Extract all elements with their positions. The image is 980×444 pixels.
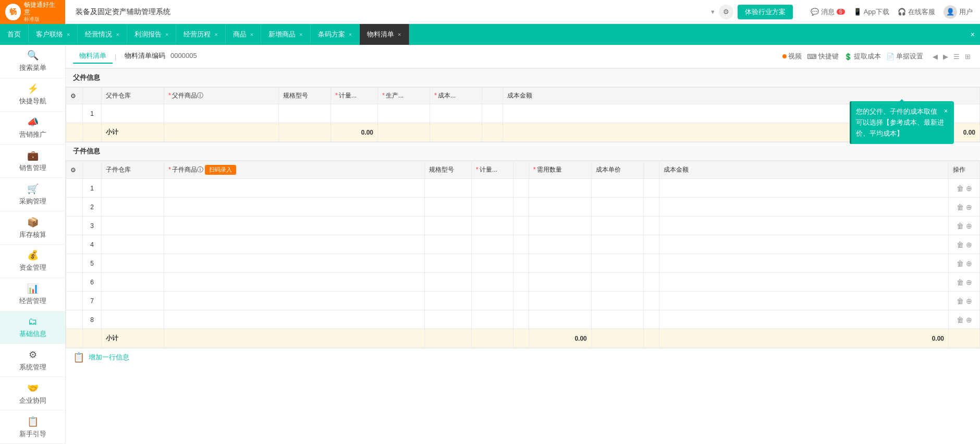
child-col-warehouse: 子件仓库 <box>102 161 164 179</box>
dropdown-arrow[interactable]: ▾ <box>711 8 715 16</box>
sidebar-item-basic-info[interactable]: 🗂 基础信息 <box>0 311 65 344</box>
sidebar-item-search[interactable]: 🔍 搜索菜单 <box>0 45 65 78</box>
user-menu[interactable]: 👤 用户 <box>944 5 973 19</box>
system-title: 装备及固定资产辅助管理系统 <box>76 7 707 17</box>
delete-row-4-button[interactable]: 🗑 <box>957 241 964 249</box>
shortcut-action[interactable]: ⌨ 快捷键 <box>807 52 839 61</box>
app-download-button[interactable]: 📱 App下载 <box>853 7 889 17</box>
delete-row-2-button[interactable]: 🗑 <box>957 203 964 211</box>
tab-customer[interactable]: 客户联络× <box>29 24 78 45</box>
add-row-label[interactable]: 增加一行信息 <box>89 353 129 362</box>
nav-prev[interactable]: ◀ <box>930 52 940 62</box>
expand-view[interactable]: ⊞ <box>963 52 973 62</box>
logo-icon: 畅 <box>5 4 21 20</box>
child-table-row: 5 🗑⊕ <box>66 254 980 273</box>
grid-view[interactable]: ☰ <box>951 52 962 62</box>
bottom-bar: 📋 增加一行信息 <box>66 348 980 366</box>
tab-operation[interactable]: 经营情况× <box>78 24 127 45</box>
tab-goods[interactable]: 商品× <box>226 24 261 45</box>
video-action[interactable]: 视频 <box>782 52 802 61</box>
nav-tabs: 首页 客户联络× 经营情况× 利润报告× 经营历程× 商品× 新增商品× 条码方… <box>0 24 980 45</box>
copy-row-5-button[interactable]: ⊕ <box>966 259 972 268</box>
trial-button[interactable]: 体验行业方案 <box>738 5 793 19</box>
sidebar-item-inventory[interactable]: 📦 库存核算 <box>0 211 65 245</box>
doc-settings-action[interactable]: 📄 单据设置 <box>886 52 923 61</box>
sidebar-item-marketing[interactable]: 📣 营销推广 <box>0 112 65 145</box>
sidebar-item-enterprise[interactable]: 🤝 企业协同 <box>0 377 65 411</box>
parent-col-settings[interactable]: ⚙ <box>66 88 83 104</box>
page-content: 父件信息 ⚙ 父件仓库 *父件商品ⓘ 规格型号 *计量... *生产... *成… <box>66 68 980 444</box>
chart-icon: 📊 <box>27 283 39 294</box>
logo-text: 畅捷通好生意 <box>24 1 60 16</box>
sidebar: 🔍 搜索菜单 ⚡ 快捷导航 📣 营销推广 💼 销售管理 🛒 采购管理 📦 库存核… <box>0 45 66 444</box>
delete-row-1-button[interactable]: 🗑 <box>957 184 964 193</box>
delete-row-6-button[interactable]: 🗑 <box>957 278 964 286</box>
scan-input-button[interactable]: 扫码录入 <box>205 165 236 175</box>
tooltip-text: 您的父件、子件的成本取值可以选择【参考成本、最新进价、平均成本】 <box>856 107 944 137</box>
close-all-tabs[interactable]: × <box>965 30 980 39</box>
online-service-button[interactable]: 🎧 在线客服 <box>898 7 935 17</box>
tooltip-box: × 您的父件、子件的成本取值可以选择【参考成本、最新进价、平均成本】 <box>850 101 954 144</box>
parent-col-spec: 规格型号 <box>279 88 331 104</box>
tab-barcode[interactable]: 条码方案× <box>311 24 360 45</box>
parent-table: ⚙ 父件仓库 *父件商品ⓘ 规格型号 *计量... *生产... *成本... … <box>66 87 980 142</box>
sidebar-item-finance[interactable]: 💰 资金管理 <box>0 245 65 278</box>
sidebar-item-quick-nav[interactable]: ⚡ 快捷导航 <box>0 78 65 112</box>
tab-home[interactable]: 首页 <box>0 24 29 45</box>
delete-row-8-button[interactable]: 🗑 <box>957 316 964 324</box>
keyboard-icon: ⌨ <box>807 53 817 61</box>
tab-bom[interactable]: 物料清单× <box>360 24 409 45</box>
nav-next[interactable]: ▶ <box>941 52 950 62</box>
extract-cost-action[interactable]: 💲 提取成本 <box>844 52 881 61</box>
parent-col-goods: *父件商品ⓘ <box>164 88 279 104</box>
copy-row-7-button[interactable]: ⊕ <box>966 297 972 305</box>
flash-icon: ⚡ <box>27 83 39 94</box>
copy-row-1-button[interactable]: ⊕ <box>966 184 972 193</box>
parent-subtotal-row: 小计 0.00 0.00 <box>66 123 980 142</box>
sub-tab-bom-list[interactable]: 物料清单 <box>73 49 113 64</box>
search-icon: 🔍 <box>27 50 39 61</box>
tooltip-close-button[interactable]: × <box>944 106 948 116</box>
child-col-goods: *子件商品ⓘ 扫码录入 <box>164 161 425 179</box>
download-icon: 📱 <box>853 8 862 16</box>
sidebar-item-system[interactable]: ⚙ 系统管理 <box>0 344 65 377</box>
money-icon: 💰 <box>27 249 39 261</box>
sidebar-item-management[interactable]: 📊 经营管理 <box>0 278 65 311</box>
sub-actions: 视频 ⌨ 快捷键 💲 提取成本 📄 单据设置 ◀ ▶ ☰ <box>782 52 973 62</box>
child-col-unit-cost: 成本单价 <box>591 161 643 179</box>
copy-row-8-button[interactable]: ⊕ <box>966 316 972 324</box>
guide-icon: 📋 <box>27 416 39 427</box>
parent-section-header: 父件信息 <box>66 68 980 87</box>
child-table-row: 7 🗑⊕ <box>66 292 980 310</box>
child-table-row: 2 🗑⊕ <box>66 198 980 217</box>
settings-button[interactable]: ⚙ <box>719 5 733 19</box>
sidebar-item-purchase[interactable]: 🛒 采购管理 <box>0 178 65 211</box>
delete-row-5-button[interactable]: 🗑 <box>957 259 964 268</box>
copy-row-4-button[interactable]: ⊕ <box>966 241 972 249</box>
parent-col-produce: *生产... <box>378 88 430 104</box>
logo: 畅 畅捷通好生意 标准版 <box>0 0 65 24</box>
child-col-settings[interactable]: ⚙ <box>66 161 83 179</box>
copy-row-2-button[interactable]: ⊕ <box>966 203 972 211</box>
sidebar-item-sales[interactable]: 💼 销售管理 <box>0 145 65 178</box>
cost-icon: 💲 <box>844 53 852 61</box>
child-col-num <box>83 161 102 179</box>
copy-row-3-button[interactable]: ⊕ <box>966 222 972 230</box>
sub-header: 物料清单 | 物料清单编码 0000005 视频 ⌨ 快捷键 💲 提取成本 <box>66 45 980 68</box>
copy-row-6-button[interactable]: ⊕ <box>966 278 972 286</box>
sub-tab-bom-code[interactable]: 物料清单编码 0000005 <box>118 49 203 64</box>
delete-row-7-button[interactable]: 🗑 <box>957 297 964 305</box>
tab-new-goods[interactable]: 新增商品× <box>261 24 310 45</box>
message-button[interactable]: 💬 消息 6 <box>811 7 845 17</box>
avatar: 👤 <box>944 5 957 19</box>
delete-row-3-button[interactable]: 🗑 <box>957 222 964 230</box>
tab-history[interactable]: 经营历程× <box>176 24 225 45</box>
child-table-row: 8 🗑⊕ <box>66 310 980 329</box>
child-col-qty: *需用数量 <box>529 161 591 179</box>
bom-code: 0000005 <box>170 52 197 59</box>
tab-profit[interactable]: 利润报告× <box>127 24 176 45</box>
child-col-empty2 <box>643 161 659 179</box>
sidebar-item-guide[interactable]: 📋 新手引导 <box>0 411 65 444</box>
briefcase-icon: 💼 <box>27 150 39 161</box>
add-row-icon[interactable]: 📋 <box>73 352 84 363</box>
